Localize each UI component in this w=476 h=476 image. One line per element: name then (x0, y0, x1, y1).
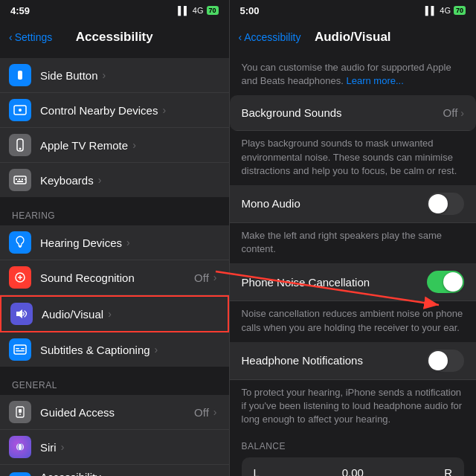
guided-access-label: Guided Access (40, 406, 115, 419)
apple-remote-chevron: › (132, 139, 136, 151)
right-back-button[interactable]: ‹ Accessibility (239, 31, 301, 43)
audio-visual-item[interactable]: Audio/Visual › (0, 295, 229, 332)
left-battery: 70 (207, 6, 219, 15)
svg-rect-9 (25, 178, 25, 180)
right-status-icons: ▌▌ 4G 70 (425, 6, 466, 15)
guided-access-chevron: › (213, 406, 217, 418)
svg-rect-16 (16, 350, 25, 352)
svg-rect-13 (14, 345, 26, 354)
siri-chevron: › (61, 441, 65, 453)
left-back-label: Settings (15, 31, 53, 43)
svg-point-18 (19, 414, 21, 415)
side-button-chevron: › (103, 69, 106, 81)
sound-recognition-value: Off (194, 271, 209, 284)
balance-header: BALANCE (242, 441, 464, 451)
background-sounds-chevron: › (460, 107, 464, 119)
right-network-label: 4G (440, 6, 451, 15)
apple-remote-icon (9, 134, 31, 156)
svg-rect-8 (22, 178, 23, 180)
background-sounds-desc: Plays background sounds to mask unwanted… (230, 131, 476, 185)
svg-rect-19 (19, 409, 22, 413)
phone-noise-toggle[interactable] (427, 271, 464, 293)
sound-recognition-label: Sound Recognition (40, 271, 135, 284)
hearing-header: HEARING (0, 197, 229, 225)
subtitles-item[interactable]: Subtitles & Captioning › (0, 332, 229, 367)
keyboards-icon (9, 169, 31, 191)
sound-recognition-chevron: › (213, 271, 217, 283)
left-status-bar: 4:59 ▌▌ 4G 70 (0, 0, 229, 21)
phone-noise-item[interactable]: Phone Noise Cancellation (230, 263, 476, 301)
left-status-icons: ▌▌ 4G 70 (178, 6, 218, 15)
control-nearby-chevron: › (162, 104, 166, 116)
background-sounds-label: Background Sounds (242, 106, 443, 119)
svg-rect-7 (19, 178, 20, 180)
svg-rect-6 (16, 178, 17, 180)
right-panel: 5:00 ▌▌ 4G 70 ‹ Accessibility Audio/Visu… (230, 0, 476, 476)
right-nav-bar: ‹ Accessibility Audio/Visual (230, 21, 476, 54)
keyboards-item[interactable]: Keyboards › (0, 163, 229, 197)
phone-noise-label: Phone Noise Cancellation (242, 276, 427, 289)
side-button-item[interactable]: Side Button › (0, 58, 229, 93)
mono-audio-thumb (428, 194, 448, 213)
control-nearby-item[interactable]: Control Nearby Devices › (0, 93, 229, 128)
right-time: 5:00 (240, 5, 260, 16)
control-nearby-label: Control Nearby Devices (40, 104, 158, 117)
keyboards-label: Keyboards (40, 174, 94, 187)
hearing-devices-chevron: › (126, 237, 130, 248)
sound-recognition-item[interactable]: Sound Recognition Off › (0, 260, 229, 295)
svg-rect-14 (16, 348, 19, 350)
svg-point-2 (19, 109, 22, 112)
left-nav-title: Accessibility (76, 30, 153, 45)
right-back-label: Accessibility (244, 31, 300, 43)
siri-icon (9, 436, 31, 458)
background-sounds-value: Off (443, 106, 458, 119)
audio-visual-label: Audio/Visual (42, 308, 103, 321)
right-status-bar: 5:00 ▌▌ 4G 70 (230, 0, 476, 21)
left-nav-bar: ‹ Settings Accessibility (0, 21, 229, 54)
hearing-devices-icon (9, 231, 31, 254)
left-back-button[interactable]: ‹ Settings (9, 31, 52, 43)
mono-audio-toggle[interactable] (427, 193, 464, 215)
side-button-icon (9, 64, 31, 86)
audio-visual-icon (10, 303, 33, 325)
guided-access-icon (9, 401, 31, 423)
guided-access-item[interactable]: Guided Access Off › (0, 395, 229, 430)
svg-rect-5 (14, 176, 26, 184)
right-back-chevron-icon: ‹ (239, 31, 242, 43)
mono-audio-item[interactable]: Mono Audio (230, 185, 476, 223)
svg-rect-0 (18, 71, 22, 80)
headphone-notifications-toggle[interactable] (427, 350, 464, 372)
mono-audio-desc: Make the left and right speakers play th… (230, 223, 476, 263)
right-battery: 70 (454, 6, 466, 15)
subtitles-icon (9, 338, 31, 361)
svg-rect-15 (21, 348, 25, 350)
sound-recognition-icon (9, 266, 31, 289)
balance-section: BALANCE L 0.00 R (230, 434, 476, 476)
accessibility-shortcut-item[interactable]: AccessibilityShortcut Colour Filters › (0, 465, 229, 476)
phone-noise-desc: Noise cancellation reduces ambient noise… (230, 301, 476, 341)
apple-remote-label: Apple TV Remote (40, 139, 128, 152)
phone-noise-thumb (443, 272, 463, 292)
balance-value: 0.00 (342, 466, 364, 476)
right-nav-title: Audio/Visual (315, 30, 391, 45)
audio-visual-chevron: › (108, 308, 112, 320)
mono-audio-label: Mono Audio (242, 197, 427, 210)
side-button-label: Side Button (40, 69, 98, 82)
siri-item[interactable]: Siri › (0, 430, 229, 465)
subtitles-chevron: › (155, 344, 158, 356)
headphone-notifications-label: Headphone Notifications (242, 354, 427, 367)
keyboards-chevron: › (98, 174, 102, 186)
headphone-notifications-item[interactable]: Headphone Notifications (230, 342, 476, 380)
siri-label: Siri (40, 441, 57, 454)
left-settings-list: Side Button › Control Nearby Devices › (0, 54, 229, 476)
svg-rect-10 (17, 181, 23, 182)
balance-left-label: L (254, 466, 268, 476)
headphone-notifications-thumb (428, 351, 448, 370)
learn-more-link[interactable]: Learn more... (346, 75, 403, 86)
background-sounds-item[interactable]: Background Sounds Off › (230, 95, 476, 131)
headphone-notifications-desc: To protect your hearing, iPhone sends a … (230, 380, 476, 434)
hearing-devices-item[interactable]: Hearing Devices › (0, 225, 229, 260)
accessibility-shortcut-icon (9, 472, 31, 476)
apple-tv-remote-item[interactable]: Apple TV Remote › (0, 128, 229, 163)
right-info-text: You can customise the audio for supporte… (230, 54, 476, 95)
